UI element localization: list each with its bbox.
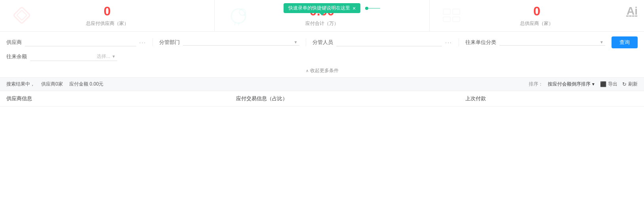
results-supplier-count: 供应商0家 [41,81,63,88]
filter-category: 往来单位分类 ▼ [465,39,605,46]
collapse-label: 收起更多条件 [310,67,339,74]
dept-label: 分管部门 [159,39,180,46]
tooltip-badge: 快速录单的快捷键说明在这里 × [284,3,360,13]
export-button[interactable]: ⬛ 导出 [600,81,617,88]
svg-rect-1 [17,10,27,20]
svg-line-4 [234,22,235,25]
divider-1 [152,38,153,46]
divider-3 [459,38,459,46]
stats-bar: 0 总应付供应商（家） 快速录单的快捷键说明在这里 × 0.00 应付合计（万） [0,0,644,32]
supplier-label: 供应商 [6,39,22,46]
svg-rect-7 [443,9,450,14]
supplier-dots-button[interactable]: ··· [139,39,147,46]
filter-balance: 往来余额 选择... ▼ [6,52,117,61]
sort-value-text: 按应付会额倒序排序 [548,81,591,88]
tooltip-text: 快速录单的快捷键说明在这里 [288,5,350,11]
person-dots-button[interactable]: ··· [445,39,452,46]
grid-icon [442,7,461,24]
tooltip-line [368,8,380,8]
sort-arrow-icon: ▼ [591,82,595,86]
col-transaction-info-header: 应付交易信息（占比） [236,95,466,102]
svg-point-2 [231,9,246,23]
dept-select[interactable]: ▼ [183,39,299,46]
svg-point-6 [244,14,245,16]
stat-supplier-count-value: 0 [104,4,111,18]
piggy-icon [227,3,250,28]
stat-payable-label: 应付合计（万） [305,20,339,27]
dept-select-arrow: ▼ [294,40,298,44]
category-select-arrow: ▼ [600,40,604,44]
category-label: 往来单位分类 [465,39,496,46]
balance-label: 往来余额 [6,53,27,60]
person-label: 分管人员 [312,39,333,46]
tooltip-close-button[interactable]: × [352,6,356,11]
stat-supplier-count-label: 总应付供应商（家） [86,20,129,27]
table-body [0,107,644,204]
filter-person: 分管人员 ··· [312,38,452,46]
results-info: 搜索结果中， 供应商0家 应付金额 0.00元 [6,81,103,88]
filter-supplier: 供应商 ··· [6,38,146,46]
query-button[interactable]: 查询 [612,36,638,48]
export-icon: ⬛ [600,81,606,87]
category-select[interactable]: ▼ [499,39,605,46]
results-prefix: 搜索结果中， [6,81,35,88]
filter-row-2: 往来余额 选择... ▼ [6,52,638,61]
sort-label: 排序： [529,81,543,88]
person-input[interactable] [336,38,442,46]
svg-rect-9 [443,17,450,21]
balance-select-arrow: ▼ [112,54,116,59]
stat-payable-total: 快速录单的快捷键说明在这里 × 0.00 应付合计（万） [215,0,429,31]
stat-total-supplier: 0 总供应商（家） Ai [430,0,644,31]
supplier-input[interactable] [25,38,136,46]
collapse-arrow-icon: ∧ [306,69,309,73]
col-supplier-info-header: 供应商信息 [6,95,236,102]
stat-total-supplier-value: 0 [533,4,540,18]
svg-rect-8 [453,9,460,14]
table-header: 供应商信息 应付交易信息（占比） 上次付款 [0,91,644,107]
filter-row-1: 供应商 ··· 分管部门 ▼ 分管人员 ··· 往来单位分类 ▼ 查询 [6,36,638,48]
collapse-button[interactable]: ∧ 收起更多条件 [306,67,339,74]
diamond-icon [12,5,32,26]
balance-placeholder: 选择... [97,53,110,60]
results-actions: 排序： 按应付会额倒序排序 ▼ ⬛ 导出 ↻ 刷新 [529,81,638,88]
stat-supplier-count: 0 总应付供应商（家） [0,0,215,31]
balance-select[interactable]: 选择... ▼ [30,52,117,61]
results-bar: 搜索结果中， 供应商0家 应付金额 0.00元 排序： 按应付会额倒序排序 ▼ … [0,78,644,91]
filter-dept: 分管部门 ▼ [159,39,299,46]
stat-total-supplier-label: 总供应商（家） [520,20,553,27]
ai-badge: Ai [627,5,638,17]
refresh-icon: ↻ [622,81,627,87]
sort-value-button[interactable]: 按应付会额倒序排序 ▼ [548,81,595,88]
tooltip-dot [365,7,368,10]
export-label: 导出 [608,81,617,88]
divider-2 [306,38,306,46]
col-last-payment-header: 上次付款 [465,95,638,102]
results-payable-amount: 应付金额 0.00元 [69,81,104,88]
svg-rect-0 [13,7,30,23]
filter-area: 供应商 ··· 分管部门 ▼ 分管人员 ··· 往来单位分类 ▼ 查询 [0,32,644,78]
collapse-row: ∧ 收起更多条件 [6,65,638,77]
refresh-button[interactable]: ↻ 刷新 [622,81,638,88]
refresh-label: 刷新 [628,81,638,88]
svg-rect-10 [453,17,460,21]
